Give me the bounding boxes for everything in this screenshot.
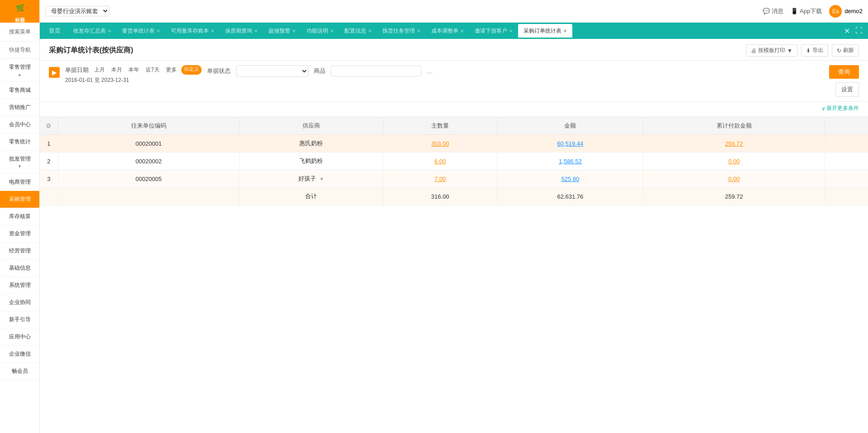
td-extra (825, 170, 868, 188)
sidebar-item-retail-stat[interactable]: 零售统计 (0, 133, 39, 151)
sidebar-item-basic[interactable]: 基础信息 (0, 260, 39, 277)
tab-receive-summary[interactable]: 收发存汇总表 ✕ (68, 24, 117, 38)
sidebar-item-system-label: 系统管理 (9, 281, 31, 289)
tab-expiry-close[interactable]: ✕ (254, 29, 258, 33)
supplier-expand-icon[interactable]: ▼ (320, 176, 324, 181)
tab-receive-summary-close[interactable]: ✕ (108, 29, 111, 33)
filter-custom-badge[interactable]: 自定义 (181, 65, 202, 75)
shortcut-this-month[interactable]: 本月 (109, 65, 124, 75)
td-qty[interactable]: 303.00 (383, 135, 497, 152)
shortcut-last-month[interactable]: 上月 (92, 65, 107, 75)
sidebar-logo: 🌿 标题 (0, 0, 39, 23)
table-header-row: ⚙ 往来单位编码 供应商 主数量 金额 累计付款金额 (40, 117, 868, 135)
message-label: 消息 (772, 7, 783, 15)
tf-amount: 62,631.76 (497, 188, 643, 205)
filter-actions: 查询 设置 (829, 65, 859, 97)
tab-avail-stock[interactable]: 可用量库存账本 ✕ (165, 24, 220, 38)
table-row[interactable]: 1 00020001 惠氏奶粉 303.00 60,519.44 259.72 (40, 135, 868, 152)
filter-date-row: 单据日期 上月 本月 本年 近7天 更多 自定义 (65, 65, 202, 75)
sidebar-item-vip[interactable]: 畅会员 (0, 363, 39, 380)
filter-toggle-button[interactable]: ▶ (49, 67, 60, 78)
tab-pick-task-close[interactable]: ✕ (417, 29, 420, 33)
sidebar-item-enterprise[interactable]: 企业协同 (0, 294, 39, 311)
filter-status-label: 单据状态 (207, 67, 231, 75)
tab-avail-stock-close[interactable]: ✕ (211, 29, 214, 33)
search-menu-button[interactable]: 搜索菜单 (3, 26, 37, 38)
query-button[interactable]: 查询 (829, 65, 859, 79)
message-button[interactable]: 💬 消息 (763, 7, 783, 15)
table-row[interactable]: 3 00020005 好孩子 ▼ 7.00 525.80 0.00 (40, 170, 868, 188)
account-select[interactable]: 母婴行业演示账套 (45, 6, 109, 16)
sidebar-item-wholesale[interactable]: 批发管理 ▼ (0, 151, 39, 174)
tab-purchase-order-stat[interactable]: 采购订单统计表 ✕ (518, 24, 572, 38)
sidebar-item-wechat[interactable]: 企业微信 (0, 346, 39, 363)
td-paid[interactable]: 0.00 (643, 152, 825, 170)
tab-goods-stat[interactable]: 要货单统计表 ✕ (117, 24, 165, 38)
tab-pick-task[interactable]: 拣货任务管理 ✕ (377, 24, 426, 38)
tab-invite-downstream[interactable]: 邀请下游客户 ✕ (469, 24, 518, 38)
tab-invite-downstream-close[interactable]: ✕ (509, 29, 513, 33)
td-supplier: 好孩子 ▼ (240, 170, 383, 188)
sidebar-item-inventory-label: 库存核算 (9, 213, 31, 220)
tab-config-close[interactable]: ✕ (368, 29, 372, 33)
sidebar-item-marketing[interactable]: 营销推广 (0, 99, 39, 116)
tab-home[interactable]: 首页 (42, 24, 68, 38)
user-avatar: Ea (829, 5, 842, 18)
tab-purchase-order-stat-close[interactable]: ✕ (563, 29, 567, 33)
user-label: demo2 (844, 8, 863, 14)
tab-avail-stock-label: 可用量库存账本 (171, 27, 209, 35)
tab-maximize-button[interactable]: ⛶ (854, 26, 864, 36)
quick-nav-button[interactable]: 快捷导航 (0, 43, 39, 57)
td-paid[interactable]: 0.00 (643, 170, 825, 188)
print-button[interactable]: 🖨 按模板打印 ▼ (746, 44, 797, 57)
tab-overstock[interactable]: 超储预警 ✕ (263, 24, 301, 38)
export-button[interactable]: ⬇ 导出 (801, 44, 828, 57)
export-icon: ⬇ (806, 48, 811, 54)
sidebar-item-inventory[interactable]: 库存核算 (0, 208, 39, 225)
sidebar-item-member[interactable]: 会员中心 (0, 116, 39, 133)
tab-expiry[interactable]: 保质期查询 ✕ (220, 24, 263, 38)
setting-button[interactable]: 设置 (835, 82, 859, 97)
td-no: 1 (40, 135, 58, 152)
tab-func-desc-close[interactable]: ✕ (330, 29, 334, 33)
refresh-button[interactable]: ↻ 刷新 (832, 44, 859, 57)
tab-cost-adj-close[interactable]: ✕ (460, 29, 464, 33)
td-paid[interactable]: 259.72 (643, 135, 825, 152)
tab-goods-stat-close[interactable]: ✕ (156, 29, 160, 33)
filter-goods-more-icon[interactable]: … (427, 67, 433, 75)
settings-icon[interactable]: ⚙ (46, 122, 52, 129)
sidebar-item-retail[interactable]: 零售管理 ▲ (0, 59, 39, 82)
td-amount[interactable]: 60,519.44 (497, 135, 643, 152)
td-supplier: 惠氏奶粉 (240, 135, 383, 152)
filter-status-select[interactable] (236, 65, 308, 77)
shortcut-more[interactable]: 更多 (164, 65, 179, 75)
td-qty[interactable]: 6.00 (383, 152, 497, 170)
app-download-button[interactable]: 📱 App下载 (791, 7, 822, 15)
shortcut-this-year[interactable]: 本年 (127, 65, 141, 75)
td-amount[interactable]: 1,586.52 (497, 152, 643, 170)
sidebar-item-newbie[interactable]: 新手引导 (0, 311, 39, 328)
tab-config[interactable]: 配置信息 ✕ (339, 24, 377, 38)
tab-config-label: 配置信息 (344, 27, 366, 35)
sidebar-item-finance[interactable]: 资金管理 (0, 225, 39, 243)
filter-goods-input[interactable] (331, 66, 421, 76)
filter-expand-button[interactable]: ∨ 展开更多条件 (821, 105, 859, 112)
sidebar-item-purchase[interactable]: 采购管理 (0, 191, 39, 208)
tab-func-desc[interactable]: 功能说明 ✕ (301, 24, 339, 38)
tab-overstock-close[interactable]: ✕ (292, 29, 296, 33)
user-menu-button[interactable]: Ea demo2 (829, 5, 863, 18)
td-amount[interactable]: 525.80 (497, 170, 643, 188)
shortcut-last-7days[interactable]: 近7天 (144, 65, 161, 75)
sidebar-item-appstore[interactable]: 应用中心 (0, 328, 39, 346)
sidebar-item-ecom[interactable]: 电商管理 (0, 174, 39, 191)
print-dropdown-icon: ▼ (787, 48, 793, 54)
th-amount: 金额 (497, 117, 643, 135)
sidebar-item-operation[interactable]: 经营管理 (0, 243, 39, 260)
sidebar-item-system[interactable]: 系统管理 (0, 277, 39, 294)
sidebar-item-shop[interactable]: 零售商城 (0, 82, 39, 99)
tab-close-all-button[interactable]: ✕ (842, 26, 852, 36)
print-label: 按模板打印 (758, 47, 785, 54)
table-row[interactable]: 2 00020002 飞鹤奶粉 6.00 1,586.52 0.00 (40, 152, 868, 170)
td-qty[interactable]: 7.00 (383, 170, 497, 188)
tab-cost-adj[interactable]: 成本调整单 ✕ (426, 24, 469, 38)
